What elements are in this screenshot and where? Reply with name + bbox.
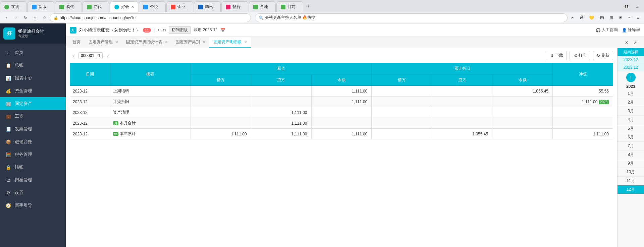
scissors-btn[interactable]: ✂ bbox=[569, 15, 576, 21]
download-btn[interactable]: ⬇ 下载 bbox=[547, 51, 567, 60]
tab-close-detail[interactable]: ✕ bbox=[244, 40, 247, 44]
period-up-btn[interactable]: ↑ bbox=[626, 73, 636, 82]
game-btn[interactable]: 🎮 bbox=[597, 15, 606, 21]
browser-tab-9[interactable]: 畅捷 bbox=[221, 1, 248, 12]
home-icon: ⌂ bbox=[5, 50, 11, 56]
grid-btn[interactable]: ⊞ bbox=[608, 15, 615, 21]
browser-tab-6[interactable]: 个税 bbox=[139, 1, 166, 12]
period-month-3[interactable]: 3月 bbox=[618, 107, 644, 116]
wallet-btn[interactable]: 💛 bbox=[587, 15, 596, 21]
browser-tab-4[interactable]: 易代 bbox=[83, 1, 109, 12]
period-panel-header: 期间选择 bbox=[618, 48, 644, 56]
nav-controls: ‹ 000001 1 › bbox=[70, 52, 111, 59]
print-icon: 🖨 bbox=[573, 53, 577, 58]
sidebar-item-salary[interactable]: 💼 工资 bbox=[0, 110, 66, 123]
period-selected-bottom[interactable]: 2023.12 bbox=[618, 64, 644, 71]
period-month-7[interactable]: 7月 bbox=[618, 142, 644, 150]
tab-close-dep-stats[interactable]: ✕ bbox=[165, 40, 168, 44]
search-bar[interactable]: 🔍 央视更新主持人名单 🔥热搜 bbox=[255, 13, 568, 22]
new-tab-button[interactable]: + bbox=[304, 1, 313, 11]
page-total: 1 bbox=[98, 53, 100, 58]
browser-tab-5-active[interactable]: 好会 ✕ bbox=[110, 1, 138, 12]
tab-asset-mgmt-label: 固定资产管理 bbox=[89, 39, 113, 45]
tab-icon-1 bbox=[4, 5, 9, 9]
settings-small-btn[interactable]: ⚙ bbox=[162, 28, 166, 33]
refresh-button[interactable]: ↻ bbox=[21, 14, 30, 22]
sidebar-item-close[interactable]: 🔒 结账 bbox=[0, 161, 66, 174]
sidebar-item-tax[interactable]: 🧮 税务管理 bbox=[0, 148, 66, 161]
account-name[interactable]: 刘小艳演示账套（勿删勿动！） bbox=[79, 27, 140, 33]
refresh-data-btn[interactable]: ↻ 刷新 bbox=[593, 51, 613, 60]
sidebar-item-asset[interactable]: 🏢 固定资产 bbox=[0, 97, 66, 110]
sidebar-item-settings[interactable]: ⚙ 设置 bbox=[0, 186, 66, 199]
add-account-btn[interactable]: + bbox=[157, 28, 160, 33]
sidebar-item-fund[interactable]: 💰 资金管理 bbox=[0, 84, 66, 97]
close-all-tabs-btn[interactable]: ✕ bbox=[623, 39, 630, 46]
more-btn[interactable]: ⋯ bbox=[626, 15, 634, 21]
page-input-box: 000001 1 bbox=[78, 52, 103, 59]
cell-orig-debit bbox=[191, 118, 251, 129]
period-selected-top[interactable]: 2023.12 bbox=[618, 56, 644, 64]
tab-asset-category[interactable]: 固定资产类别 ✕ bbox=[172, 37, 209, 48]
sidebar-item-archive[interactable]: 🗂 归档管理 bbox=[0, 174, 66, 186]
browser-tab-1[interactable]: 在线 bbox=[0, 1, 27, 12]
logo-subtitle: 专业版 bbox=[18, 34, 44, 39]
settings-browser-btn[interactable]: ≡ bbox=[635, 15, 641, 21]
tab-depreciation-stats[interactable]: 固定资产折旧统计表 ✕ bbox=[122, 37, 172, 48]
home-button[interactable]: ⌂ bbox=[31, 14, 39, 22]
prev-page-btn[interactable]: ‹ bbox=[70, 52, 76, 59]
print-btn[interactable]: 🖨 打印 bbox=[570, 51, 590, 60]
translate-btn[interactable]: 译 bbox=[578, 14, 586, 21]
tab-label-2: 新版 bbox=[39, 4, 47, 10]
sidebar-item-invoice[interactable]: 🧾 发票管理 bbox=[0, 123, 66, 135]
tab-label-5: 好会 bbox=[121, 4, 129, 10]
sidebar-item-ledger[interactable]: 📋 总账 bbox=[0, 59, 66, 72]
calendar-icon[interactable]: 📅 bbox=[220, 28, 225, 33]
cell-orig-balance bbox=[311, 118, 372, 129]
tab-asset-detail[interactable]: 固定资产明细账 ✕ bbox=[209, 37, 251, 48]
forward-button[interactable]: › bbox=[12, 14, 20, 22]
sidebar-item-home[interactable]: ⌂ 首页 bbox=[0, 46, 66, 59]
period-month-4[interactable]: 4月 bbox=[618, 116, 644, 124]
ledger-icon: 📋 bbox=[5, 62, 11, 68]
browser-menu-btn[interactable]: ≡ bbox=[633, 3, 641, 11]
period-month-1[interactable]: 1月 bbox=[618, 89, 644, 98]
help-btn[interactable]: 🎧 人工咨询 bbox=[596, 27, 618, 33]
help-label: 人工咨询 bbox=[602, 27, 618, 33]
period-month-9[interactable]: 9月 bbox=[618, 159, 644, 168]
sidebar-item-report[interactable]: 📊 报表中心 bbox=[0, 72, 66, 84]
brightness-btn[interactable]: ☀ bbox=[616, 15, 624, 21]
tab-label-11: 目前 bbox=[287, 4, 296, 10]
period-month-12[interactable]: 12月 bbox=[618, 185, 644, 194]
tab-close-5[interactable]: ✕ bbox=[131, 5, 134, 9]
period-month-2[interactable]: 2月 bbox=[618, 98, 644, 107]
browser-tab-10[interactable]: 各地 bbox=[249, 1, 276, 12]
tab-category-label: 固定资产类别 bbox=[176, 39, 200, 45]
switch-version-btn[interactable]: 切到旧版 bbox=[169, 26, 191, 34]
browser-tab-7[interactable]: 企业 bbox=[166, 1, 193, 12]
tab-close-asset-mgmt[interactable]: ✕ bbox=[115, 40, 118, 44]
sidebar-item-guide[interactable]: 🧭 新手引导 bbox=[0, 199, 66, 212]
period-month-11[interactable]: 11月 bbox=[618, 177, 644, 185]
back-button[interactable]: ‹ bbox=[3, 14, 11, 22]
period-month-8[interactable]: 8月 bbox=[618, 150, 644, 159]
user-btn[interactable]: 👤 徐译华 bbox=[622, 27, 640, 33]
browser-tab-8[interactable]: 腾讯 bbox=[194, 1, 221, 12]
next-page-btn[interactable]: › bbox=[105, 52, 111, 59]
period-badge: 11 bbox=[143, 28, 151, 33]
sidebar-item-purchase[interactable]: 📦 进销台账 bbox=[0, 135, 66, 148]
period-month-6[interactable]: 6月 bbox=[618, 133, 644, 142]
asset-icon: 🏢 bbox=[5, 101, 11, 107]
tab-close-category[interactable]: ✕ bbox=[203, 40, 205, 44]
expand-tabs-btn[interactable]: ⤢ bbox=[632, 39, 639, 46]
period-month-10[interactable]: 10月 bbox=[618, 168, 644, 177]
address-bar[interactable]: 🔒 https://cloud.chanjet.com/accounting/u… bbox=[50, 13, 251, 22]
col-orig-debit: 借方 bbox=[191, 74, 251, 86]
period-month-5[interactable]: 5月 bbox=[618, 124, 644, 133]
browser-tab-2[interactable]: 新版 bbox=[28, 1, 54, 12]
browser-tab-11[interactable]: 目前 bbox=[276, 1, 303, 12]
tab-fixed-asset-mgmt[interactable]: 固定资产管理 ✕ bbox=[85, 37, 122, 48]
tab-home[interactable]: 首页 bbox=[68, 37, 85, 48]
bookmark-button[interactable]: ☆ bbox=[40, 14, 48, 22]
browser-tab-3[interactable]: 易代 bbox=[55, 1, 82, 12]
